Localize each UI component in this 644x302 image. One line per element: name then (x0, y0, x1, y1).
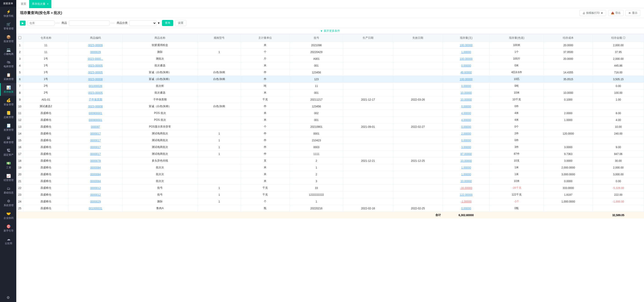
qty-main-link[interactable]: 10.00000 (460, 180, 472, 183)
search-button[interactable]: 查询 (162, 20, 173, 26)
cell-qty-main: 0.00000 (443, 123, 490, 130)
qty-main-link[interactable]: 100.00000 (460, 78, 472, 81)
sidebar-item-ecom[interactable]: 🛍 电商管理 (0, 58, 16, 70)
qty-main-link[interactable]: 100.00000 (460, 57, 472, 61)
code-link[interactable]: 0000029 (90, 200, 101, 203)
tab-bar: 首页 库存批次量 ✕ (16, 0, 644, 8)
code-link[interactable]: 0023-0000... (88, 57, 103, 61)
sidebar-item-newbie[interactable]: 🎯 新手引导 (0, 222, 16, 235)
expand-filter-icon[interactable]: ▶ (20, 21, 26, 26)
cell-unit-cost (544, 123, 593, 130)
qty-main-link[interactable]: 122.00000 (460, 193, 472, 196)
cell-unit-cost: 1,000.0000 (544, 198, 593, 205)
cell-index: 14 (16, 130, 23, 137)
cell-qty-color: 10米 (490, 178, 544, 185)
sidebar-item-quick-nav[interactable]: ⚡ 快捷导航 (0, 7, 16, 20)
sidebar-item-ops[interactable]: 📈 经营管理 (0, 172, 16, 184)
code-link[interactable]: 0000017 (90, 139, 101, 142)
code-link[interactable]: 0000017 (90, 132, 101, 135)
code-link[interactable]: 000097 (91, 125, 100, 128)
select-all-checkbox[interactable] (18, 36, 21, 39)
code-link[interactable]: 0000084 (90, 166, 101, 169)
sidebar-item-retail[interactable]: 🛒 零售管理 (0, 20, 16, 33)
sidebar-item-cloud[interactable]: ☁ 云应用 (0, 235, 16, 247)
qty-main-link[interactable]: 4.00000 (461, 118, 471, 122)
qty-main-link[interactable]: 2.00000 (461, 132, 471, 135)
code-link[interactable]: 0000084 (90, 173, 101, 176)
sidebar-item-base[interactable]: 🗂 基础信息 (0, 184, 16, 197)
sidebar-item-purchase[interactable]: 📋 采购管理 (0, 70, 16, 83)
sidebar-item-general[interactable]: 📒 总账管理 (0, 108, 16, 121)
cell-amount: -5,328.00 (593, 185, 644, 191)
category-dropdown-icon: ▼ (158, 22, 160, 25)
qty-main-link[interactable]: 0.00000 (461, 105, 471, 108)
code-link[interactable]: 0000078 (90, 159, 101, 163)
qty-main-link[interactable]: 4.00000 (461, 112, 471, 115)
qty-main-link[interactable]: 10.00000 (460, 98, 472, 101)
settings-icon[interactable]: ⚙ (0, 293, 16, 302)
code-link[interactable]: 000900001 (89, 112, 102, 115)
code-link[interactable]: 0000012 (90, 187, 101, 190)
code-link[interactable]: 0023-00005 (88, 71, 103, 74)
qty-main-link[interactable]: 87.00000 (460, 153, 472, 156)
sidebar-item-wholesale[interactable]: 📦 批发管理 (0, 33, 16, 45)
sidebar-item-inventory[interactable]: 📊 库存核算 (0, 83, 16, 96)
code-link[interactable]: 0023-00005 (88, 64, 103, 67)
qty-main-link[interactable]: 1.00000 (461, 51, 471, 54)
finance-icon: 💰 (2, 98, 16, 102)
code-link[interactable]: 000900001 (89, 118, 102, 122)
code-link[interactable]: 子件保质期 (89, 98, 102, 101)
sidebar-item-labor[interactable]: 💵 工资 (0, 159, 16, 172)
cell-unit-cost: 0.0000 (544, 178, 593, 185)
qty-main-link[interactable]: 49.60000 (460, 71, 472, 74)
code-link[interactable]: 0000084 (90, 180, 101, 183)
code-link[interactable]: 0023-00008 (88, 105, 103, 108)
code-link[interactable]: 0000012 (90, 193, 101, 196)
table-container[interactable]: 仓库名称 商品编码 商品名称 规格型号 主计量单位 批号 生产日期 失效日期 现… (16, 34, 644, 302)
settings-button[interactable]: 设置 (175, 20, 186, 26)
qty-main-link[interactable]: 10.00000 (460, 159, 472, 163)
cell-index: 16 (16, 144, 23, 151)
qty-main-link[interactable]: 0.00000 (461, 139, 471, 142)
code-link[interactable]: 001000031 (89, 207, 102, 210)
qty-main-link[interactable]: 10.00000 (460, 91, 472, 94)
goods-input[interactable] (69, 20, 110, 26)
sidebar-item-small-ecom[interactable]: 💻 小额电商 (0, 45, 16, 58)
warehouse-input[interactable] (27, 20, 54, 26)
print-button[interactable]: 🖨 按模板打印 ▼ (580, 10, 606, 16)
sidebar-item-fixed-assets[interactable]: 🏗 固定资产 (0, 146, 16, 159)
display-button[interactable]: 👁 显示 (626, 10, 640, 16)
sidebar-logo[interactable]: 搜索菜单 (0, 0, 16, 7)
tab-close-icon[interactable]: ✕ (47, 3, 49, 5)
tab-inventory-batch[interactable]: 库存批次量 ✕ (29, 0, 52, 8)
code-link[interactable]: 0000029 (90, 51, 101, 54)
code-link[interactable]: 0023-00005 (88, 91, 103, 94)
qty-main-link[interactable]: 1.00000 (461, 173, 471, 176)
expand-conditions-button[interactable]: ▼ 展开更多条件 (320, 29, 340, 33)
cell-qty-main: 1.00000 (443, 49, 490, 56)
code-link[interactable]: 0023-00008 (88, 78, 103, 81)
qty-main-link[interactable]: 100.00000 (460, 44, 472, 47)
cell-unit-cost: 9.7363 (544, 151, 593, 158)
qty-main-link[interactable]: 0.00000 (461, 84, 471, 88)
table-row: 12 昌盛粮仓 000900001 POS 批次 米 001 4.00000 4… (16, 117, 644, 123)
tab-home[interactable]: 首页 (18, 0, 29, 8)
code-link[interactable]: 0000017 (90, 146, 101, 149)
qty-main-link[interactable]: 0.00000 (461, 64, 471, 67)
code-link[interactable]: 0000017 (90, 153, 101, 156)
code-link[interactable]: 0023-00009 (88, 44, 103, 47)
qty-main-link[interactable]: 1.00000 (461, 166, 471, 169)
sidebar-item-sys[interactable]: ⚙ 系统管理 (0, 197, 16, 209)
sidebar-item-invoice[interactable]: 🧾 发票管理 (0, 121, 16, 134)
qty-main-link[interactable]: -1.00000 (461, 200, 472, 203)
category-select[interactable] (130, 20, 156, 26)
qty-main-link[interactable]: -16.00000 (460, 187, 472, 190)
sidebar-item-tax[interactable]: 🏛 税务管理 (0, 134, 16, 146)
sidebar-item-corp[interactable]: 🤝 企业协同 (0, 209, 16, 222)
code-link[interactable]: 001000026 (89, 84, 102, 88)
qty-main-link[interactable]: 0.00000 (461, 207, 471, 210)
export-button[interactable]: 📤 导出 (608, 10, 624, 16)
qty-main-link[interactable]: 3.00000 (461, 146, 471, 149)
sidebar-item-finance[interactable]: 💰 资金管理 (0, 96, 16, 108)
qty-main-link[interactable]: 0.00000 (461, 125, 471, 128)
